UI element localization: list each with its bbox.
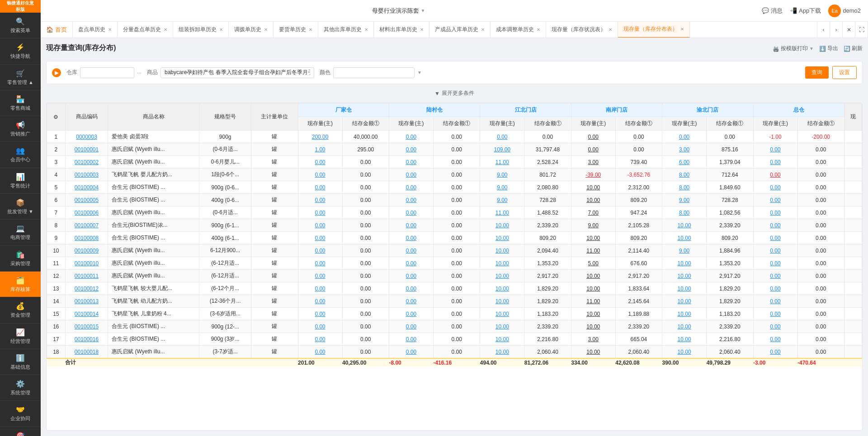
cell-na-amt: 2,114.40 <box>615 244 662 257</box>
tab-combo-split[interactable]: 组装拆卸单历史 ✕ <box>173 22 229 38</box>
sidebar-item-ecom[interactable]: 💻 电商管理 <box>0 220 41 245</box>
tab-prev-btn[interactable]: ‹ <box>817 22 830 38</box>
tab-home[interactable]: 🏠 首页 <box>41 22 73 38</box>
cell-spec: (0-6月适... <box>199 143 251 156</box>
tab-requisition-close[interactable]: ✕ <box>309 27 312 32</box>
tab-transfer-close[interactable]: ✕ <box>264 27 268 32</box>
industry-selector[interactable]: 母婴行业演示陈套 ▼ <box>372 7 425 15</box>
cell-no: 5 <box>47 181 66 194</box>
refresh-btn[interactable]: 🔄 刷新 <box>844 45 863 52</box>
query-button[interactable]: 查询 <box>805 66 829 79</box>
sidebar-item-marketing[interactable]: 📢 营销推广 <box>0 116 41 142</box>
expand-conditions-btn[interactable]: ▼ 展开更多条件 <box>431 88 478 99</box>
tab-inventory-single[interactable]: 盘点单历史 ✕ <box>73 22 118 38</box>
cell-no: 17 <box>47 333 66 346</box>
cell-jb-amt: 728.28 <box>524 194 571 206</box>
tab-cost-adjust[interactable]: 成本调整单历史 ✕ <box>491 22 546 38</box>
th-lu-amt: 结存金额① <box>433 117 480 131</box>
search-icon: 🔍 <box>16 17 25 26</box>
sidebar-item-finance[interactable]: 💰 资金管理 <box>0 297 41 323</box>
sidebar-item-member[interactable]: 👥 会员中心 <box>0 142 41 168</box>
tab-material-out-close[interactable]: ✕ <box>420 27 424 32</box>
tab-cost-adjust-close[interactable]: ✕ <box>537 27 540 32</box>
cell-unit: 罐 <box>251 320 298 333</box>
sidebar-item-guide[interactable]: 🎯 新手引导 <box>0 427 41 436</box>
tab-stock-status-close[interactable]: ✕ <box>609 27 612 32</box>
cell-no: 8 <box>47 219 66 232</box>
cell-factory-amt: 0.00 <box>342 282 389 295</box>
sidebar-item-stock[interactable]: 🗂️ 库存核算 <box>0 272 41 297</box>
cell-yb-qty: 10.00 <box>662 295 707 308</box>
tab-close-all-btn[interactable]: ✕ <box>843 22 855 38</box>
product-input[interactable] <box>160 67 314 78</box>
cell-jb-qty: 10.00 <box>480 295 524 308</box>
cell-name: 合生元 (BIOSTIME) ... <box>108 194 199 206</box>
tab-product-in[interactable]: 产成品入库单历史 ✕ <box>429 22 491 38</box>
cell-lu-amt: 0.00 <box>433 308 480 320</box>
cell-name: 惠氏启赋 (Wyeth illu... <box>108 206 199 219</box>
tab-fullscreen-btn[interactable]: ⛶ <box>855 22 868 38</box>
sidebar-item-purchase[interactable]: 🛍️ 采购管理 <box>0 246 41 272</box>
print-btn[interactable]: 🖨️ 按模版打印 ▼ <box>773 45 814 52</box>
tab-inventory-split[interactable]: 分量盘点单历史 ✕ <box>118 22 173 38</box>
message-btn[interactable]: 💬 消息 <box>762 7 783 15</box>
tab-stock-status[interactable]: 现存量（库存状况表） ✕ <box>546 22 618 38</box>
tab-requisition[interactable]: 要货单历史 ✕ <box>274 22 318 38</box>
sidebar-item-nav[interactable]: ⚡ 快捷导航 <box>0 38 41 64</box>
cell-total-amt: 0.00 <box>797 169 844 181</box>
retail-stat-icon: 📊 <box>16 173 25 181</box>
sidebar-item-retail-store[interactable]: 🏪 零售商城 <box>0 90 41 116</box>
tab-inventory-single-label: 盘点单历史 <box>78 26 105 33</box>
sidebar-item-ops[interactable]: 📈 经营管理 <box>0 323 41 349</box>
settings-button[interactable]: 设置 <box>832 66 857 79</box>
tab-material-out[interactable]: 材料出库单历史 ✕ <box>374 22 429 38</box>
cell-no: 7 <box>47 206 66 219</box>
sidebar-item-retail-stat[interactable]: 📊 零售统计 <box>0 168 41 194</box>
tab-stock-dist[interactable]: 现存量（库存分布表） ✕ <box>618 22 690 38</box>
sidebar-ops-label: 经营管理 <box>10 338 30 344</box>
sidebar-ecom-label: 电商管理 <box>10 234 30 240</box>
cell-jb-amt: 1,829.20 <box>524 282 571 295</box>
cell-jb-amt: 801.72 <box>524 169 571 181</box>
tab-other-out[interactable]: 其他出库单历史 ✕ <box>318 22 374 38</box>
tab-other-out-close[interactable]: ✕ <box>364 27 368 32</box>
cell-na-qty: 3.00 <box>571 156 615 169</box>
table-row: 18 00100018 惠氏启赋 (Wyeth illu... (3-7岁适..… <box>47 346 862 359</box>
tab-product-in-close[interactable]: ✕ <box>481 27 485 32</box>
tab-stock-dist-close[interactable]: ✕ <box>680 27 684 32</box>
color-input[interactable] <box>333 67 415 78</box>
export-btn[interactable]: ⬇️ 导出 <box>819 45 838 52</box>
app-download-btn[interactable]: 📲 App下载 <box>790 7 821 15</box>
cell-no: 16 <box>47 320 66 333</box>
tab-next-btn[interactable]: › <box>830 22 843 38</box>
cell-jb-qty: 10.00 <box>480 308 524 320</box>
cell-factory-qty: 0.00 <box>298 244 342 257</box>
cell-yb-amt: 875.16 <box>707 143 753 156</box>
cell-jb-amt: 1,183.20 <box>524 308 571 320</box>
sidebar-item-wholesale[interactable]: 📦 批发管理 ▼ <box>0 194 41 220</box>
cell-name: 飞鹤星飞帆 较大婴儿配... <box>108 282 199 295</box>
warehouse-input[interactable] <box>80 67 134 78</box>
cell-jb-amt: 2,080.80 <box>524 181 571 194</box>
sidebar-item-enterprise[interactable]: 🤝 企业协同 <box>0 401 41 427</box>
cell-jb-qty: 10.00 <box>480 232 524 244</box>
cell-code: 00100007 <box>65 219 108 232</box>
cell-factory-qty: 0.00 <box>298 181 342 194</box>
footer-na-qty: 334.00 <box>571 358 615 366</box>
sidebar-item-retail-mgmt[interactable]: 🛒 零售管理 ▲ <box>0 65 41 90</box>
cell-current <box>844 181 862 194</box>
sidebar-item-basic[interactable]: ℹ️ 基础信息 <box>0 349 41 375</box>
cell-no: 18 <box>47 346 66 359</box>
cell-na-qty: 11.00 <box>571 295 615 308</box>
search-expand-trigger[interactable]: ▶ <box>52 68 61 77</box>
th-gear[interactable]: ⚙ <box>47 103 66 131</box>
sidebar-item-system[interactable]: ⚙️ 系统管理 <box>0 375 41 401</box>
user-menu[interactable]: Ea demo2 <box>828 5 861 17</box>
tab-inventory-split-close[interactable]: ✕ <box>164 27 167 32</box>
tab-transfer[interactable]: 调拨单历史 ✕ <box>229 22 274 38</box>
cell-name: 飞鹤星飞帆 儿童奶粉 4... <box>108 308 199 320</box>
tab-inventory-single-close[interactable]: ✕ <box>108 27 112 32</box>
table-row: 5 00100004 合生元 (BIOSTIME) ... 900g (0-6.… <box>47 181 862 194</box>
sidebar-item-search[interactable]: 🔍 搜索英单 <box>0 13 41 38</box>
tab-combo-split-close[interactable]: ✕ <box>219 27 223 32</box>
